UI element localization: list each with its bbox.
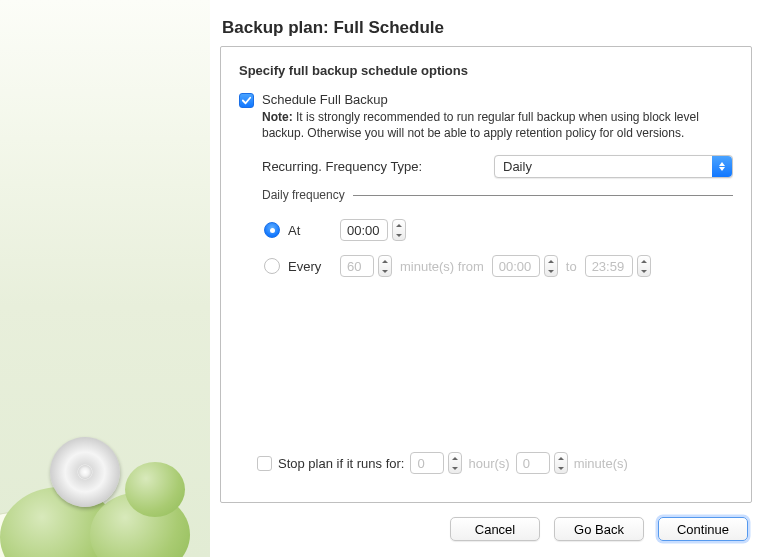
daily-at-radio[interactable] bbox=[264, 222, 280, 238]
every-from-stepper[interactable] bbox=[492, 255, 558, 277]
stepper-buttons[interactable] bbox=[378, 255, 392, 277]
continue-button[interactable]: Continue bbox=[658, 517, 748, 541]
note-prefix: Note: bbox=[262, 110, 293, 124]
daily-at-time-input[interactable] bbox=[340, 219, 388, 241]
wizard-sidebar bbox=[0, 0, 210, 557]
every-to-label: to bbox=[566, 259, 577, 274]
stop-hours-input[interactable] bbox=[410, 452, 444, 474]
stop-plan-label: Stop plan if it runs for: bbox=[278, 456, 404, 471]
every-unit-label: minute(s) from bbox=[400, 259, 484, 274]
wizard-footer: Cancel Go Back Continue bbox=[220, 503, 752, 547]
stop-hours-stepper[interactable] bbox=[410, 452, 462, 474]
section-divider bbox=[353, 195, 733, 196]
stepper-buttons[interactable] bbox=[392, 219, 406, 241]
stop-minutes-input[interactable] bbox=[516, 452, 550, 474]
schedule-note: Note: It is strongly recommended to run … bbox=[262, 110, 733, 141]
stop-minutes-stepper[interactable] bbox=[516, 452, 568, 474]
stop-plan-checkbox[interactable] bbox=[257, 456, 272, 471]
stop-hours-unit: hour(s) bbox=[468, 456, 509, 471]
stepper-buttons[interactable] bbox=[448, 452, 462, 474]
options-panel: Specify full backup schedule options Sch… bbox=[220, 46, 752, 503]
every-interval-stepper[interactable] bbox=[340, 255, 392, 277]
select-arrows-icon bbox=[712, 156, 732, 177]
page-title: Backup plan: Full Schedule bbox=[220, 18, 752, 38]
sidebar-artwork bbox=[0, 377, 210, 557]
frequency-type-select[interactable]: Daily bbox=[494, 155, 733, 178]
daily-every-radio[interactable] bbox=[264, 258, 280, 274]
schedule-full-backup-label: Schedule Full Backup bbox=[262, 92, 733, 107]
stepper-buttons[interactable] bbox=[544, 255, 558, 277]
every-interval-input[interactable] bbox=[340, 255, 374, 277]
every-from-input[interactable] bbox=[492, 255, 540, 277]
stop-minutes-unit: minute(s) bbox=[574, 456, 628, 471]
daily-frequency-section-label: Daily frequency bbox=[262, 188, 345, 202]
frequency-type-label: Recurring. Frequency Type: bbox=[262, 159, 482, 174]
daily-every-label: Every bbox=[288, 259, 332, 274]
every-to-stepper[interactable] bbox=[585, 255, 651, 277]
frequency-type-value: Daily bbox=[503, 159, 532, 174]
stepper-buttons[interactable] bbox=[554, 452, 568, 474]
panel-subheading: Specify full backup schedule options bbox=[239, 63, 733, 78]
every-to-input[interactable] bbox=[585, 255, 633, 277]
schedule-full-backup-checkbox[interactable] bbox=[239, 93, 254, 108]
cancel-button[interactable]: Cancel bbox=[450, 517, 540, 541]
note-text: It is strongly recommended to run regula… bbox=[262, 110, 699, 140]
stepper-buttons[interactable] bbox=[637, 255, 651, 277]
go-back-button[interactable]: Go Back bbox=[554, 517, 644, 541]
daily-at-time-stepper[interactable] bbox=[340, 219, 406, 241]
daily-at-label: At bbox=[288, 223, 332, 238]
